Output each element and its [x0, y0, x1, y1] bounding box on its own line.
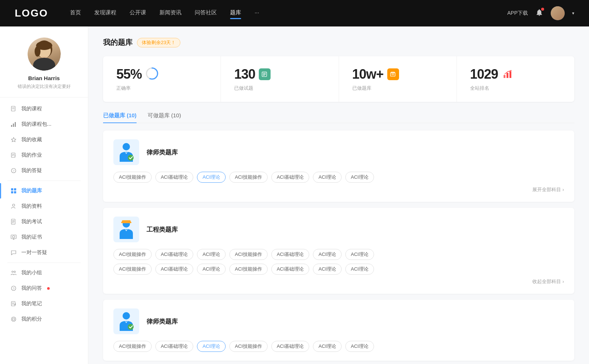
- svg-rect-13: [11, 153, 15, 157]
- nav-discover[interactable]: 发现课程: [94, 9, 116, 18]
- sidebar-item-group[interactable]: 我的小组: [0, 265, 88, 281]
- svg-point-55: [128, 155, 134, 161]
- tag-e1-6[interactable]: ACI理论: [345, 249, 374, 260]
- sidebar-item-exam[interactable]: 我的考试: [0, 214, 88, 229]
- grid-icon: [10, 188, 17, 194]
- sidebar-item-qa[interactable]: ? 我的答疑: [0, 163, 88, 178]
- bank-card-engineer-title: 工程类题库: [147, 225, 178, 234]
- logo[interactable]: LOGO: [15, 7, 48, 19]
- tag-l2-5[interactable]: ACI理论: [313, 341, 342, 352]
- nav-qa[interactable]: 问答社区: [195, 9, 217, 18]
- bank-card-lawyer-2: 律师类题库 ACI技能操作 ACI基础理论 ACI理论 ACI技能操作 ACI基…: [103, 300, 574, 361]
- tag-l2-4[interactable]: ACI基础理论: [271, 341, 310, 352]
- bank-card-lawyer-2-tags: ACI技能操作 ACI基础理论 ACI理论 ACI技能操作 ACI基础理论 AC…: [113, 341, 564, 352]
- expand-link-1[interactable]: 展开全部科目 ›: [113, 186, 564, 193]
- svg-rect-52: [509, 71, 511, 78]
- sidebar-label-questionbank: 我的题库: [21, 188, 42, 194]
- sidebar-item-favorites[interactable]: 我的收藏: [0, 132, 88, 147]
- app-download[interactable]: APP下载: [507, 10, 528, 17]
- sidebar-item-points[interactable]: 我的积分: [0, 311, 88, 327]
- sidebar-item-myqa[interactable]: ? 我的问答: [0, 281, 88, 296]
- tab-done[interactable]: 已做题库 (10): [103, 112, 137, 123]
- stat-accuracy-value: 55%: [116, 67, 142, 82]
- sidebar-item-notes[interactable]: 我的笔记: [0, 296, 88, 311]
- bell-dot: [541, 8, 544, 11]
- svg-point-54: [123, 143, 130, 150]
- sidebar-label-group: 我的小组: [21, 270, 42, 276]
- tag-l2-2[interactable]: ACI理论: [197, 341, 226, 352]
- tag-e1-5[interactable]: ACI理论: [313, 249, 342, 260]
- avatar-chevron[interactable]: ▾: [572, 11, 574, 16]
- questions-icon: [259, 68, 271, 80]
- lawyer-icon-2: [113, 308, 139, 334]
- svg-point-4: [34, 60, 54, 71]
- ranking-icon: [502, 68, 514, 80]
- file-icon: [10, 106, 17, 112]
- tag-e1-0[interactable]: ACI技能操作: [113, 249, 152, 260]
- tag-e2-3[interactable]: ACI技能操作: [229, 264, 268, 275]
- sidebar-label-homework: 我的作业: [21, 152, 42, 158]
- sidebar-item-courses[interactable]: 我的课程: [0, 101, 88, 117]
- svg-rect-51: [507, 73, 508, 78]
- sidebar-item-oneonone[interactable]: 一对一答疑: [0, 245, 88, 260]
- tag-l2-3[interactable]: ACI技能操作: [229, 341, 268, 352]
- svg-point-3: [35, 46, 40, 57]
- sidebar-item-questionbank[interactable]: 我的题库: [0, 183, 88, 199]
- nav-home[interactable]: 首页: [70, 9, 81, 18]
- stat-banks: 10w+ 已做题库: [339, 56, 457, 102]
- svg-rect-46: [390, 73, 395, 76]
- nav-links: 首页 发现课程 公开课 新闻资讯 问答社区 题库 ···: [70, 9, 493, 18]
- tag-l1-5[interactable]: ACI理论: [313, 172, 342, 183]
- sidebar-label-packages: 我的课程包...: [21, 121, 52, 128]
- stat-questions-label: 已做试题: [234, 85, 325, 92]
- collapse-link[interactable]: 收起全部科目 ›: [113, 278, 564, 285]
- sidebar-menu: 我的课程 我的课程包... 我的收藏 我的作业: [0, 97, 88, 331]
- bell-button[interactable]: [535, 8, 543, 18]
- svg-rect-35: [11, 301, 15, 306]
- bank-card-engineer: 工程类题库 ACI技能操作 ACI基础理论 ACI理论 ACI技能操作 ACI基…: [103, 208, 574, 294]
- tag-l1-3[interactable]: ACI技能操作: [229, 172, 268, 183]
- chat-icon: [10, 249, 17, 256]
- tag-e2-5[interactable]: ACI理论: [313, 264, 342, 275]
- tab-available[interactable]: 可做题库 (10): [148, 112, 181, 123]
- tag-e2-6[interactable]: ACI理论: [345, 264, 374, 275]
- tag-l1-1[interactable]: ACI基础理论: [155, 172, 194, 183]
- tag-l1-0[interactable]: ACI技能操作: [113, 172, 152, 183]
- tag-e1-1[interactable]: ACI基础理论: [155, 249, 194, 260]
- sidebar-label-exam: 我的考试: [21, 218, 42, 225]
- sidebar-item-packages[interactable]: 我的课程包...: [0, 117, 88, 132]
- tag-e2-2[interactable]: ACI理论: [197, 264, 226, 275]
- avatar-image: [551, 6, 565, 20]
- bank-card-engineer-header: 工程类题库: [113, 217, 564, 242]
- sidebar-item-homework[interactable]: 我的作业: [0, 147, 88, 163]
- profile-avatar[interactable]: [28, 38, 61, 71]
- nav-open[interactable]: 公开课: [130, 9, 146, 18]
- tag-l2-6[interactable]: ACI理论: [345, 341, 374, 352]
- tag-l1-4[interactable]: ACI基础理论: [271, 172, 310, 183]
- tag-e2-0[interactable]: ACI技能操作: [113, 264, 152, 275]
- avatar[interactable]: [551, 6, 565, 20]
- sidebar-item-cert[interactable]: 我的证书: [0, 229, 88, 245]
- nav-more[interactable]: ···: [254, 9, 259, 18]
- svg-text:?: ?: [13, 169, 14, 173]
- stats-row: 55% 正确率 130: [103, 56, 574, 102]
- tag-e1-2[interactable]: ACI理论: [197, 249, 226, 260]
- main-layout: Brian Harris 错误的决定比没有决定要好 我的课程 我的课程包...: [0, 26, 589, 364]
- tag-e1-3[interactable]: ACI技能操作: [229, 249, 268, 260]
- tag-l1-6[interactable]: ACI理论: [345, 172, 374, 183]
- tag-l1-2[interactable]: ACI理论: [197, 172, 226, 183]
- tag-e1-4[interactable]: ACI基础理论: [271, 249, 310, 260]
- sidebar-label-qa: 我的答疑: [21, 167, 42, 174]
- stat-accuracy-top: 55%: [116, 67, 207, 82]
- nav-news[interactable]: 新闻资讯: [159, 9, 181, 18]
- nav-bank[interactable]: 题库: [230, 9, 241, 18]
- tag-l2-1[interactable]: ACI基础理论: [155, 341, 194, 352]
- tag-e2-1[interactable]: ACI基础理论: [155, 264, 194, 275]
- bank-card-lawyer-1-tags: ACI技能操作 ACI基础理论 ACI理论 ACI技能操作 ACI基础理论 AC…: [113, 172, 564, 183]
- svg-rect-50: [504, 75, 505, 78]
- tag-l2-0[interactable]: ACI技能操作: [113, 341, 152, 352]
- sidebar-item-profile[interactable]: 我的资料: [0, 199, 88, 214]
- qa-dot-badge: [47, 287, 50, 290]
- tag-e2-4[interactable]: ACI基础理论: [271, 264, 310, 275]
- page-title: 我的题库: [103, 38, 133, 47]
